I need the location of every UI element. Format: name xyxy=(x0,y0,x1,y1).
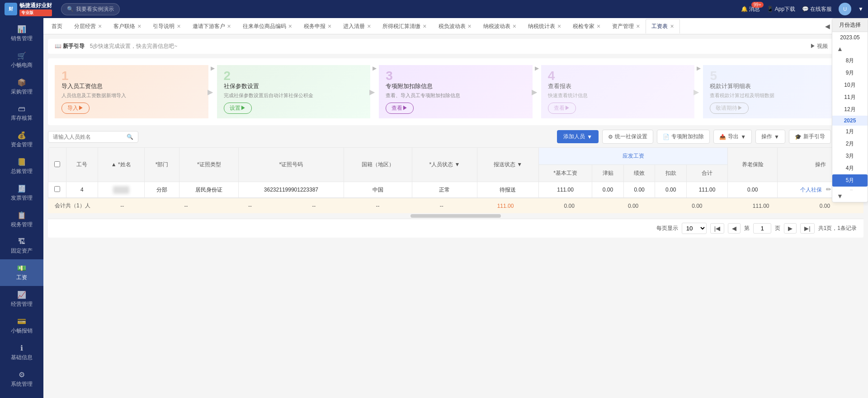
tab-salary-close[interactable]: × xyxy=(670,23,674,29)
month-item-3[interactable]: 3月 xyxy=(832,150,868,162)
sidebar-item-salary[interactable]: 💵 工资 xyxy=(0,259,43,286)
month-item-8[interactable]: 8月 xyxy=(832,55,868,67)
per-page-select[interactable]: 10 20 50 100 xyxy=(682,223,707,234)
sidebar-item-system[interactable]: ⚙ 系统管理 xyxy=(0,366,43,393)
tab-clearance[interactable]: 进入清册× xyxy=(337,19,377,33)
online-service-button[interactable]: 💬 在线客服 xyxy=(802,5,832,13)
search-icon: 🔍 xyxy=(67,6,74,12)
add-person-button[interactable]: 添加人员 ▼ xyxy=(557,130,599,143)
search-submit-icon[interactable]: 🔍 xyxy=(127,134,133,140)
tab-invite-close[interactable]: × xyxy=(227,23,231,29)
search-input[interactable] xyxy=(53,134,124,140)
sidebar-item-finance[interactable]: 💰 资金管理 xyxy=(0,126,43,153)
select-all-checkbox[interactable] xyxy=(54,161,60,167)
tab-tax-wave-close[interactable]: × xyxy=(468,23,472,29)
tab-tax-wave[interactable]: 税负波动表× xyxy=(433,19,477,33)
tab-stratified-close[interactable]: × xyxy=(98,23,102,29)
operation-button[interactable]: 操作 ▼ xyxy=(755,130,785,144)
app-download-button[interactable]: 📱 App下载 xyxy=(767,5,795,13)
new-guide-button[interactable]: 🎓 新手引导 xyxy=(789,130,831,144)
month-item-4[interactable]: 4月 xyxy=(832,162,868,174)
page-input[interactable] xyxy=(753,223,771,234)
tab-tax-expert[interactable]: 税检专家× xyxy=(567,19,606,33)
step-4-button[interactable]: 查看▶ xyxy=(548,103,576,114)
th-pension: 养老保险 xyxy=(728,148,778,182)
step-2-button[interactable]: 设置▶ xyxy=(224,103,252,114)
sidebar-item-ecommerce[interactable]: 🛒 小畅电商 xyxy=(0,47,43,74)
export-button[interactable]: 📤 导出 ▼ xyxy=(713,130,752,144)
sidebar-item-inventory[interactable]: 🗃 库存核算 xyxy=(0,100,43,126)
sidebar-item-assets[interactable]: 🏗 固定资产 xyxy=(0,233,43,259)
month-up-button[interactable]: ▲ xyxy=(835,44,845,53)
month-item-10[interactable]: 10月 xyxy=(832,79,868,91)
demo-search-bar[interactable]: 🔍 我要看实例演示 xyxy=(61,3,120,15)
extra-deduction-button[interactable]: 📄 专项附加扣除 xyxy=(657,130,710,144)
user-settings-icon[interactable]: ▼ xyxy=(858,6,863,12)
tab-income-tax-close[interactable]: × xyxy=(423,23,426,29)
notification-button[interactable]: 🔔 消息 99+ xyxy=(741,5,760,13)
tab-customer[interactable]: 客户联络× xyxy=(108,19,147,33)
month-item-2[interactable]: 2月 xyxy=(832,138,868,150)
tab-income-tax-label: 所得税汇算清缴 xyxy=(382,23,420,30)
tab-product-code-close[interactable]: × xyxy=(288,23,292,29)
sidebar-item-basic[interactable]: ℹ 基础信息 xyxy=(0,339,43,366)
tab-stratified[interactable]: 分层经营× xyxy=(68,19,108,33)
prev-page-button[interactable]: ◀ xyxy=(728,223,741,234)
month-item-12[interactable]: 12月 xyxy=(832,103,868,116)
sidebar-item-expense[interactable]: 💳 小畅报销 xyxy=(0,313,43,339)
tab-tax-wave2-close[interactable]: × xyxy=(513,23,516,29)
tab-invite[interactable]: 邀请下游客户× xyxy=(187,19,237,33)
tab-tax-wave2[interactable]: 纳税波动表× xyxy=(477,19,522,33)
step-1-button[interactable]: 导入▶ xyxy=(61,103,90,114)
next-page-button[interactable]: ▶ xyxy=(784,223,797,234)
month-down-button[interactable]: ▼ xyxy=(835,192,845,201)
th-id-type: *证照类型 xyxy=(179,148,239,182)
footer-allowance: 0.00 xyxy=(538,203,601,209)
row-checkbox[interactable] xyxy=(54,186,60,192)
action-edit-icon[interactable]: ✏ xyxy=(826,186,831,193)
user-avatar[interactable]: U xyxy=(839,3,851,15)
system-icon: ⚙ xyxy=(19,370,25,379)
tab-customer-close[interactable]: × xyxy=(137,23,141,29)
first-page-button[interactable]: |◀ xyxy=(710,223,724,234)
step-5-button[interactable]: 敬请期待▶ xyxy=(710,103,749,114)
sidebar-label-expense: 小畅报销 xyxy=(11,327,33,335)
last-page-button[interactable]: ▶| xyxy=(800,223,814,234)
month-item-11[interactable]: 11月 xyxy=(832,91,868,103)
sidebar-item-ledger[interactable]: 📒 总账管理 xyxy=(0,153,43,180)
sidebar-item-sales[interactable]: 📊 销售管理 xyxy=(0,20,43,47)
tab-prev-button[interactable]: ◀ xyxy=(822,21,833,32)
tab-guide-desc-close[interactable]: × xyxy=(177,23,180,29)
tab-tax-declare-close[interactable]: × xyxy=(328,23,331,29)
tab-product-code[interactable]: 往来单位商品编码× xyxy=(237,19,298,33)
tab-tax-stat-close[interactable]: × xyxy=(557,23,561,29)
sidebar-item-operations[interactable]: 📈 经营管理 xyxy=(0,286,43,313)
sidebar-item-collab[interactable]: 🤝 企业协同 xyxy=(0,393,43,398)
sidebar-item-invoice[interactable]: 🧾 发票管理 xyxy=(0,180,43,206)
sidebar-item-tax[interactable]: 📋 税务管理 xyxy=(0,206,43,233)
tab-assets[interactable]: 资产管理× xyxy=(606,19,646,33)
month-item-1[interactable]: 1月 xyxy=(832,126,868,138)
search-input-wrap[interactable]: 🔍 xyxy=(48,131,138,143)
scroll-thumb[interactable] xyxy=(410,214,501,218)
bell-icon: 🔔 xyxy=(741,6,748,12)
tab-income-tax[interactable]: 所得税汇算清缴× xyxy=(377,19,432,33)
tab-salary[interactable]: 工资表× xyxy=(646,19,679,33)
tab-clearance-close[interactable]: × xyxy=(367,23,371,29)
sidebar-label-invoice: 发票管理 xyxy=(11,194,33,202)
tab-tax-declare[interactable]: 税务申报× xyxy=(298,19,337,33)
tab-tax-stat[interactable]: 纳税统计表× xyxy=(522,19,567,33)
tab-home[interactable]: 首页 xyxy=(46,19,68,33)
step-3-button[interactable]: 查看▶ xyxy=(386,103,414,114)
tab-tax-expert-close[interactable]: × xyxy=(597,23,600,29)
month-item-5[interactable]: 5月 xyxy=(832,174,868,187)
month-item-6[interactable]: 6月 xyxy=(832,187,868,190)
sidebar-label-system: 系统管理 xyxy=(11,380,33,388)
tab-guide-desc[interactable]: 引导说明× xyxy=(147,19,186,33)
guide-video-link[interactable]: ▶ 视频 xyxy=(810,42,828,50)
action-social-insurance-link[interactable]: 个人社保 xyxy=(800,187,822,193)
sidebar-item-purchase[interactable]: 📦 采购管理 xyxy=(0,74,43,100)
month-item-9[interactable]: 9月 xyxy=(832,67,868,79)
social-insurance-setting-button[interactable]: ⚙ 统一社保设置 xyxy=(602,130,653,144)
tab-assets-close[interactable]: × xyxy=(636,23,640,29)
